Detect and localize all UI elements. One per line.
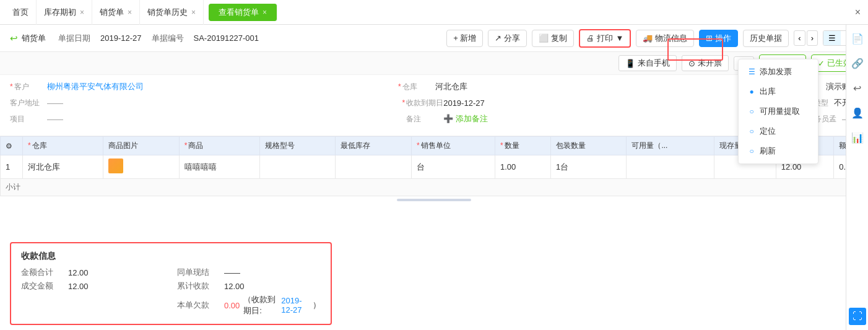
doc-title: ↩ 销货单	[10, 33, 46, 44]
tab-view-sales[interactable]: 查看销货单 ×	[209, 4, 277, 21]
dropdown-locate[interactable]: ○ 定位	[739, 121, 818, 141]
dropdown-refresh[interactable]: ○ 刷新	[739, 141, 818, 161]
not-open-button[interactable]: ⊙ 未开票	[682, 55, 729, 71]
horizontal-scrollbar[interactable]	[397, 199, 471, 201]
sidebar-icon-3[interactable]: ↩	[849, 79, 866, 97]
new-button[interactable]: + 新增	[446, 30, 483, 47]
nav-prev[interactable]: ‹	[794, 30, 805, 46]
tab-inventory[interactable]: 库存期初 ×	[37, 0, 92, 25]
window-close-button[interactable]: ×	[855, 7, 861, 18]
col-settings[interactable]: ⚙	[1, 137, 23, 155]
cumulative-row: 累计收款 12.00	[177, 280, 321, 292]
due-date-label: 收款到期日	[402, 98, 444, 108]
refresh-icon: ○	[747, 147, 756, 155]
number-value: SA-20191227-001	[194, 33, 259, 43]
tab-sales-history[interactable]: 销货单历史 ×	[140, 0, 204, 25]
col-product: 商品	[179, 137, 259, 155]
dropdown-available-qty[interactable]: ○ 可用量提取	[739, 102, 818, 121]
project-value: ——	[47, 115, 63, 124]
due-note-end: ）	[313, 300, 321, 311]
share-button[interactable]: ↗ 分享	[488, 30, 527, 47]
col-pack-qty: 包装数量	[550, 137, 627, 155]
row-warehouse: 河北仓库	[23, 155, 103, 179]
close-tab-sales[interactable]: ×	[128, 8, 132, 17]
add-invoice-icon: ☰	[747, 67, 756, 76]
notes-label: 备注	[406, 114, 443, 124]
phone-icon: 📱	[625, 59, 635, 68]
outbound-icon: ●	[747, 87, 756, 96]
close-tab-inventory[interactable]: ×	[80, 8, 84, 17]
doc-meta: 单据日期 2019-12-27 单据编号 SA-20191227-001	[58, 33, 259, 44]
sidebar-expand-icon[interactable]: ⛶	[849, 308, 866, 325]
copy-icon: ⬜	[539, 33, 549, 43]
subtotal-row: 小计	[1, 179, 868, 196]
customer-value[interactable]: 柳州粤港平安气体有限公司	[47, 81, 144, 92]
balance-value: 0.00	[224, 301, 240, 310]
sidebar-icon-4[interactable]: 👤	[849, 104, 866, 121]
tab-home[interactable]: 首页	[5, 0, 37, 25]
transaction-value: 12.00	[68, 282, 89, 291]
same-order-row: 同单现结 ——	[177, 267, 321, 278]
doc-actions: + 新增 ↗ 分享 ⬜ 复制 🖨 打印 ▼ 🚚 物流信息 ⊞ 操作	[446, 29, 858, 48]
address-label: 客户地址	[10, 98, 47, 108]
due-date-field: 收款到期日 2019-12-27	[402, 98, 795, 108]
share-icon: ↗	[495, 33, 501, 43]
logistics-icon: 🚚	[643, 33, 653, 43]
date-value: 2019-12-27	[100, 33, 142, 43]
warehouse-label: 仓库	[398, 82, 435, 92]
balance-row: 本单欠款 0.00 （收款到期日: 2019-12-27 ）	[177, 294, 321, 316]
project-label: 项目	[10, 114, 47, 124]
warehouse-value: 河北仓库	[435, 81, 467, 92]
doc-header: ↩ 销货单 单据日期 2019-12-27 单据编号 SA-20191227-0…	[0, 25, 868, 52]
transaction-row: 成交金额 12.00	[21, 280, 165, 292]
close-tab-view-sales[interactable]: ×	[263, 8, 267, 17]
total-row: 金额合计 12.00	[21, 267, 165, 278]
doc-icon: ↩	[10, 33, 18, 44]
view-list[interactable]: ☰	[823, 31, 841, 45]
row-qty: 1.00	[495, 155, 551, 179]
number-label: 单据编号	[152, 33, 184, 44]
row-unit: 台	[411, 155, 495, 179]
dropdown-outbound[interactable]: ● 出库	[739, 82, 818, 102]
dropdown-add-invoice[interactable]: ☰ 添加发票	[739, 62, 818, 82]
print-dropdown-arrow: ▼	[615, 33, 623, 43]
copy-button[interactable]: ⬜ 复制	[532, 30, 574, 47]
payment-title: 收款信息	[21, 251, 321, 262]
from-phone-button[interactable]: 📱 来自手机	[618, 55, 677, 71]
ops-button[interactable]: ⊞ 操作	[699, 30, 738, 47]
nav-arrows: ‹ ›	[794, 30, 818, 46]
due-date-value: 2019-12-27	[281, 296, 309, 315]
ops-icon: ⊞	[706, 33, 713, 43]
sidebar-icon-1[interactable]: 📄	[849, 30, 866, 47]
history-button[interactable]: 历史单据	[743, 30, 789, 47]
cumulative-value: 12.00	[224, 282, 245, 291]
close-tab-sales-history[interactable]: ×	[191, 8, 196, 17]
available-qty-icon: ○	[747, 107, 756, 116]
col-image: 商品图片	[103, 137, 180, 155]
payment-grid: 金额合计 12.00 同单现结 —— 成交金额 12.00 累计收款 12.00…	[21, 267, 321, 316]
print-icon: 🖨	[586, 33, 594, 43]
plus-icon: ➕	[443, 114, 453, 123]
effect-check-icon: ✓	[818, 59, 825, 68]
locate-icon: ○	[747, 127, 756, 136]
logistics-button[interactable]: 🚚 物流信息	[636, 30, 694, 47]
row-index: 1	[1, 155, 23, 179]
doc-type-label: 销货单	[22, 33, 46, 44]
same-order-value: ——	[224, 268, 240, 277]
row-available	[627, 155, 714, 179]
print-button[interactable]: 🖨 打印 ▼	[579, 29, 631, 48]
col-spec: 规格型号	[259, 137, 336, 155]
add-notes-button[interactable]: ➕ 添加备注	[443, 113, 488, 124]
balance-label: 本单欠款	[177, 300, 220, 311]
row-product: 嘻嘻嘻嘻	[179, 155, 259, 179]
sidebar-icon-5[interactable]: 📊	[849, 129, 866, 146]
tab-sales[interactable]: 销货单 ×	[92, 0, 140, 25]
row-min-stock	[336, 155, 412, 179]
due-note: （收款到期日:	[243, 294, 277, 316]
subtotal-label: 小计	[1, 179, 868, 196]
sidebar-icon-2[interactable]: 🔗	[849, 54, 866, 72]
nav-next[interactable]: ›	[807, 30, 818, 46]
right-sidebar: 📄 🔗 ↩ 👤 📊 ⛶	[846, 25, 868, 330]
ticket-icon: ⊙	[688, 59, 695, 68]
col-qty: 数量	[495, 137, 551, 155]
